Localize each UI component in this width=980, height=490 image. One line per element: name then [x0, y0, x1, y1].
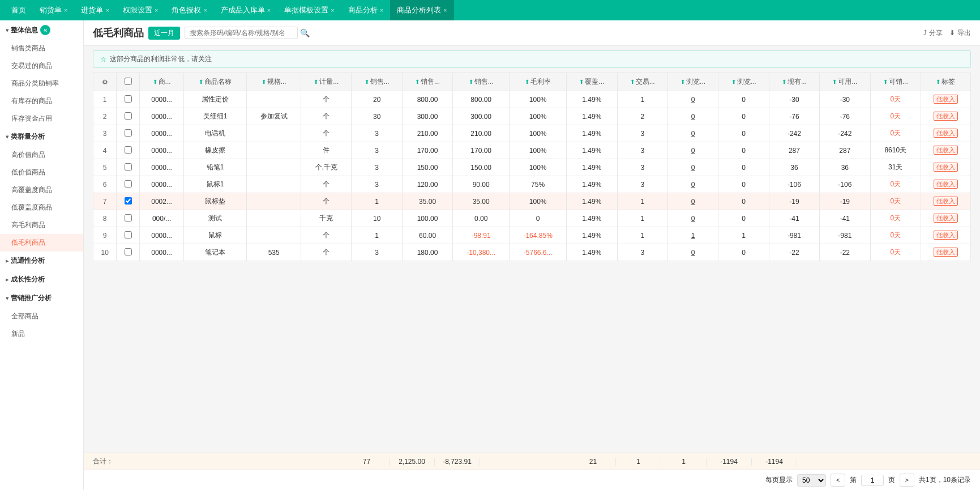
row-checkbox[interactable] [117, 176, 140, 193]
sidebar-group-marketing[interactable]: ▾ 营销推广分析 [0, 289, 83, 308]
share-button[interactable]: ⤴ 分享 [923, 28, 943, 38]
sidebar-group-cluster[interactable]: ▾ 类群量分析 [0, 127, 83, 146]
sidebar-item-all-products[interactable]: 全部商品 [0, 308, 83, 325]
sidebar-group-flow[interactable]: ▸ 流通性分析 [0, 252, 83, 270]
col-available[interactable]: ⬆可用... [820, 73, 870, 91]
total-records-label: 共1页，10条记录 [919, 475, 971, 485]
close-icon[interactable]: × [203, 7, 207, 14]
col-sales-profit[interactable]: ⬆销售... [453, 73, 510, 91]
col-sellable[interactable]: ⬆可销... [870, 73, 921, 91]
col-checkbox[interactable] [117, 73, 140, 91]
row-view1[interactable]: 1 [667, 227, 718, 244]
row-select-checkbox[interactable] [125, 214, 132, 221]
row-checkbox[interactable] [117, 159, 140, 176]
row-checkbox[interactable] [117, 108, 140, 125]
nav-purchase[interactable]: 进货单 × [74, 0, 115, 20]
search-input[interactable] [185, 27, 298, 39]
sidebar-item-new-products[interactable]: 新品 [0, 325, 83, 343]
row-select-checkbox[interactable] [125, 129, 132, 137]
next-page-button[interactable]: ＞ [900, 474, 914, 487]
row-checkbox[interactable] [117, 193, 140, 210]
col-unit[interactable]: ⬆计量... [301, 73, 352, 91]
col-tag[interactable]: ⬆标签 [921, 73, 970, 91]
nav-permissions[interactable]: 权限设置 × [116, 0, 165, 20]
nav-product-analysis[interactable]: 商品分析 × [341, 0, 390, 20]
col-spec[interactable]: ⬆规格... [247, 73, 301, 91]
sidebar-group-growth[interactable]: ▸ 成长性分析 [0, 270, 83, 289]
sidebar-item-high-value[interactable]: 高价值商品 [0, 146, 83, 164]
select-all-checkbox[interactable] [125, 78, 132, 85]
row-select-checkbox[interactable] [125, 180, 132, 188]
row-checkbox[interactable] [117, 210, 140, 227]
row-view1[interactable]: 0 [667, 125, 718, 142]
col-name[interactable]: ⬆商品名称 [184, 73, 247, 91]
nav-template[interactable]: 单据模板设置 × [277, 0, 341, 20]
row-checkbox[interactable] [117, 125, 140, 142]
sidebar-item-category-rate[interactable]: 商品分类助销率 [0, 75, 83, 92]
nav-sales[interactable]: 销货单 × [33, 0, 74, 20]
per-page-select[interactable]: 50 100 200 [797, 474, 826, 487]
col-sales-price[interactable]: ⬆销售... [402, 73, 452, 91]
tag-badge: 低收入 [934, 129, 958, 138]
page-number-input[interactable] [861, 475, 884, 486]
sidebar-group-overall[interactable]: ▾ 整体信息 « [0, 20, 83, 40]
filter-recent-month-button[interactable]: 近一月 [148, 27, 180, 40]
sidebar-item-stocked[interactable]: 有库存的商品 [0, 92, 83, 110]
sidebar-item-inventory-capital[interactable]: 库存资金占用 [0, 110, 83, 127]
row-select-checkbox[interactable] [125, 163, 132, 171]
close-icon[interactable]: × [267, 7, 271, 14]
col-view1[interactable]: ⬆浏览... [667, 73, 718, 91]
nav-home[interactable]: 首页 [5, 0, 33, 20]
row-view1[interactable]: 0 [667, 193, 718, 210]
row-checkbox[interactable] [117, 244, 140, 261]
row-select-checkbox[interactable] [125, 146, 132, 154]
col-view2[interactable]: ⬆浏览... [718, 73, 769, 91]
close-icon[interactable]: × [443, 7, 447, 14]
row-view1[interactable]: 0 [667, 159, 718, 176]
col-margin[interactable]: ⬆毛利率 [510, 73, 567, 91]
nav-product-entry[interactable]: 产成品入库单 × [214, 0, 277, 20]
close-icon[interactable]: × [331, 7, 334, 14]
col-current[interactable]: ⬆现有... [769, 73, 819, 91]
row-checkbox[interactable] [117, 91, 140, 108]
sidebar-item-low-margin[interactable]: 低毛利商品 [0, 234, 83, 252]
col-coverage[interactable]: ⬆覆盖... [567, 73, 617, 91]
row-select-checkbox[interactable] [125, 112, 132, 120]
row-checkbox[interactable] [117, 227, 140, 244]
close-icon[interactable]: × [155, 7, 158, 14]
row-view1[interactable]: 0 [667, 176, 718, 193]
search-icon[interactable]: 🔍 [300, 28, 310, 37]
row-select-checkbox[interactable] [125, 197, 132, 204]
row-spec [247, 125, 301, 142]
row-transaction: 3 [617, 125, 667, 142]
close-icon[interactable]: × [105, 7, 109, 14]
prev-page-button[interactable]: ＜ [831, 474, 845, 487]
sidebar-item-low-coverage[interactable]: 低覆盖度商品 [0, 199, 83, 216]
sidebar-collapse-btn[interactable]: « [40, 25, 50, 35]
col-transaction[interactable]: ⬆交易... [617, 73, 667, 91]
sidebar-item-high-coverage[interactable]: 高覆盖度商品 [0, 181, 83, 199]
col-settings[interactable]: ⚙ [93, 73, 117, 91]
close-icon[interactable]: × [64, 7, 67, 14]
table-row: 3 0000... 电话机 个 3 210.00 210.00 100% 1.4… [93, 125, 971, 142]
col-sales-qty[interactable]: ⬆销售... [352, 73, 402, 91]
row-view1[interactable]: 0 [667, 244, 718, 261]
col-code[interactable]: ⬆商... [140, 73, 184, 91]
row-view1[interactable]: 0 [667, 210, 718, 227]
export-button[interactable]: ⬇ 导出 [949, 28, 971, 38]
row-view1[interactable]: 0 [667, 142, 718, 159]
nav-analysis-list[interactable]: 商品分析列表 × [390, 0, 453, 20]
close-icon[interactable]: × [380, 7, 383, 14]
row-select-checkbox[interactable] [125, 248, 132, 255]
sidebar-item-traded-products[interactable]: 交易过的商品 [0, 57, 83, 75]
tag-badge: 低收入 [934, 180, 958, 189]
sidebar-item-low-value[interactable]: 低价值商品 [0, 164, 83, 181]
nav-roles[interactable]: 角色授权 × [165, 0, 213, 20]
row-checkbox[interactable] [117, 142, 140, 159]
sidebar-item-high-margin[interactable]: 高毛利商品 [0, 216, 83, 234]
row-select-checkbox[interactable] [125, 95, 132, 103]
sidebar-item-sales-products[interactable]: 销售类商品 [0, 40, 83, 57]
row-view1[interactable]: 0 [667, 108, 718, 125]
row-view1[interactable]: 0 [667, 91, 718, 108]
row-select-checkbox[interactable] [125, 231, 132, 238]
